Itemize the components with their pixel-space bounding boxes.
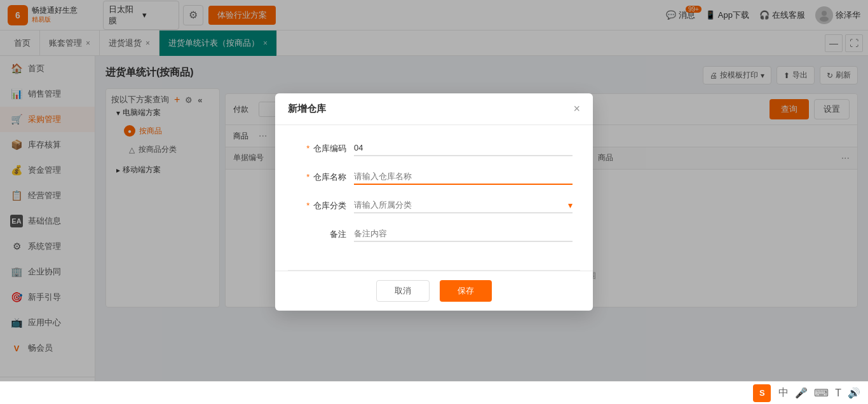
note-input[interactable] [354,226,573,242]
category-select-wrapper: ▾ [354,198,573,213]
new-warehouse-modal: 新增仓库 × * 仓库编码 * 仓库名称 [275,93,593,311]
volume-bottom-icon[interactable]: 🔊 [848,387,860,399]
modal-body: * 仓库编码 * 仓库名称 * 仓库分类 [275,125,593,270]
modal-overlay: 新增仓库 × * 仓库编码 * 仓库名称 [0,0,868,404]
form-row-note: 备注 [295,226,573,242]
required-star-category: * [306,201,309,210]
required-star-code: * [306,144,309,153]
category-input[interactable] [354,198,568,212]
required-star-name: * [306,172,309,182]
modal-title: 新增仓库 [288,103,326,115]
code-input[interactable] [354,140,573,156]
cancel-button[interactable]: 取消 [376,280,430,302]
form-row-code: * 仓库编码 [295,140,573,156]
modal-close-button[interactable]: × [573,102,580,116]
note-label: 备注 [295,229,346,240]
code-label: * 仓库编码 [295,143,346,154]
chevron-down-icon[interactable]: ▾ [568,200,573,210]
form-row-category: * 仓库分类 ▾ [295,198,573,213]
save-button[interactable]: 保存 [440,280,492,302]
keyboard-icon[interactable]: ⌨ [814,387,829,399]
microphone-icon[interactable]: 🎤 [795,387,808,399]
translate-icon[interactable]: T [835,387,841,399]
modal-header: 新增仓库 × [275,93,593,125]
bottom-icons: 中 🎤 ⌨ T 🔊 [778,386,860,400]
bottom-bar: S 中 🎤 ⌨ T 🔊 [0,381,868,404]
name-label: * 仓库名称 [295,172,346,183]
bottom-logo: S [753,384,771,402]
name-input[interactable] [354,169,573,185]
modal-footer: 取消 保存 [275,271,593,311]
category-label: * 仓库分类 [295,200,346,212]
chinese-input-icon[interactable]: 中 [778,386,789,400]
form-row-name: * 仓库名称 [295,169,573,185]
